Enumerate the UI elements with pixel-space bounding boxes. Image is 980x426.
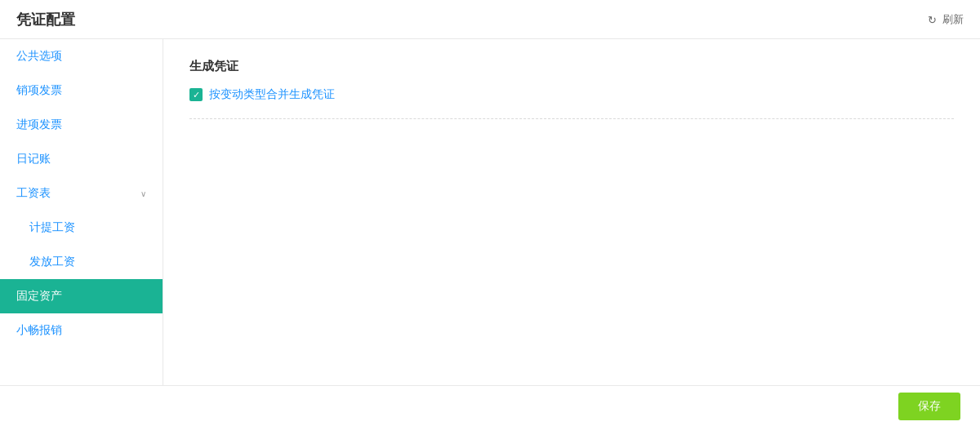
sidebar-item-calc-payroll[interactable]: 计提工资	[0, 211, 163, 245]
sidebar-item-label: 工资表	[16, 186, 51, 201]
sidebar-item-public[interactable]: 公共选项	[0, 39, 163, 73]
checkbox-row: 按变动类型合并生成凭证	[189, 87, 954, 102]
sidebar-item-sales-invoice[interactable]: 销项发票	[0, 73, 163, 108]
main-layout: 公共选项销项发票进项发票日记账工资表∨计提工资发放工资固定资产小畅报销 生成凭证…	[0, 39, 980, 385]
page-footer: 保存	[0, 385, 980, 426]
sidebar: 公共选项销项发票进项发票日记账工资表∨计提工资发放工资固定资产小畅报销	[0, 39, 163, 385]
sidebar-item-label: 销项发票	[16, 83, 62, 98]
merge-checkbox[interactable]	[189, 88, 203, 101]
section-title: 生成凭证	[189, 59, 954, 74]
save-button[interactable]: 保存	[898, 393, 960, 420]
page-wrapper: 凭证配置 ↻ 刷新 公共选项销项发票进项发票日记账工资表∨计提工资发放工资固定资…	[0, 0, 980, 426]
refresh-button[interactable]: ↻ 刷新	[928, 12, 964, 27]
sidebar-item-payroll-table[interactable]: 工资表∨	[0, 176, 163, 211]
sidebar-item-label: 发放工资	[29, 255, 75, 269]
sidebar-item-label: 小畅报销	[16, 323, 62, 338]
page-header: 凭证配置 ↻ 刷新	[0, 0, 980, 39]
sidebar-item-fixed-assets[interactable]: 固定资产	[0, 279, 163, 313]
sidebar-item-label: 公共选项	[16, 49, 62, 64]
sidebar-item-label: 日记账	[16, 152, 51, 166]
checkbox-label: 按变动类型合并生成凭证	[209, 87, 335, 102]
sidebar-item-pay-payroll[interactable]: 发放工资	[0, 245, 163, 279]
sidebar-item-purchase-invoice[interactable]: 进项发票	[0, 108, 163, 142]
page-title: 凭证配置	[16, 10, 75, 29]
sidebar-item-label: 计提工资	[29, 220, 75, 235]
chevron-down-icon: ∨	[140, 189, 146, 198]
sidebar-item-label: 固定资产	[16, 289, 62, 304]
sidebar-item-expense[interactable]: 小畅报销	[0, 313, 163, 348]
refresh-icon: ↻	[928, 14, 939, 25]
sidebar-item-label: 进项发票	[16, 118, 62, 132]
refresh-label: 刷新	[942, 12, 964, 27]
content-area: 生成凭证 按变动类型合并生成凭证	[163, 39, 980, 385]
sidebar-item-journal[interactable]: 日记账	[0, 142, 163, 176]
section-divider	[189, 118, 954, 119]
